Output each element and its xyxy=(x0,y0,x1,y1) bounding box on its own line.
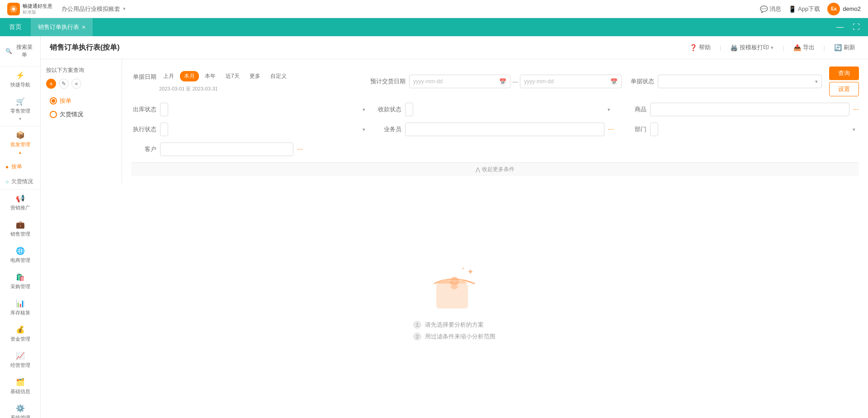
filter-row-1: 单据日期 上月 本月 本年 近7天 更多 自定义 2023-03-0 xyxy=(131,66,859,96)
filter-field-delivery-status: 出库状态 xyxy=(131,103,369,116)
help-icon: ❓ xyxy=(689,44,697,51)
print-arrow-icon: ▾ xyxy=(771,45,774,51)
avatar: Ea xyxy=(827,3,840,15)
sidebar-sub-item-press[interactable]: ● 按单 xyxy=(0,159,40,174)
search-menu-button[interactable]: 🔍 搜索菜单 xyxy=(4,41,37,62)
goods-dots-button[interactable]: ··· xyxy=(853,105,859,114)
sidebar-item-quick-nav[interactable]: ⚡ 快捷导航 xyxy=(0,66,40,93)
export-icon: 📤 xyxy=(793,44,801,51)
empty-hints: 1 请先选择要分析的方案 2 用过滤条件来缩小分析范围 xyxy=(413,321,495,341)
payment-status-select[interactable] xyxy=(405,103,413,116)
sidebar-item-ecommerce[interactable]: 🌐 电商管理 xyxy=(0,242,40,268)
collapse-up-icon: ⋀ xyxy=(476,166,480,173)
customer-input[interactable] xyxy=(160,142,293,156)
sidebar-item-basic[interactable]: 🗂️ 基础信息 xyxy=(0,373,40,399)
minimize-icon[interactable]: — xyxy=(834,21,846,33)
maximize-icon[interactable]: ⛶ xyxy=(850,21,863,33)
sidebar-item-marketing[interactable]: 📢 营销推广 xyxy=(0,190,40,216)
scheme-item-press[interactable]: 按单 xyxy=(46,94,116,108)
date-tags: 上月 本月 本年 近7天 更多 自定义 xyxy=(159,71,291,81)
app-download-icon: 📱 xyxy=(788,5,796,13)
tab-bar-actions: — ⛶ xyxy=(834,21,868,33)
breadcrumb: 办公用品行业模拟账套 ▾ xyxy=(61,5,126,13)
date-tag-custom[interactable]: 自定义 xyxy=(266,71,291,81)
user-profile[interactable]: Ea demo2 xyxy=(827,3,861,15)
sidebar-item-operation[interactable]: 📈 经营管理 xyxy=(0,347,40,373)
sidebar-item-wholesale[interactable]: 📦 批发管理 ▴ xyxy=(0,126,40,159)
message-action[interactable]: 💬 消息 xyxy=(760,5,781,13)
expected-date-start[interactable]: yyyy-mm-dd 📅 xyxy=(409,75,510,88)
edit-scheme-button[interactable]: ✎ xyxy=(59,79,69,89)
customer-dots-button[interactable]: ··· xyxy=(297,145,303,153)
expected-date-end[interactable]: yyyy-mm-dd 📅 xyxy=(520,75,621,88)
date-tag-this-year[interactable]: 本年 xyxy=(201,71,220,81)
sidebar: 🔍 搜索菜单 ⚡ 快捷导航 🛒 零售管理 ▾ 📦 批发管理 ▴ ● 按单 xyxy=(0,36,41,418)
date-tag-more[interactable]: 更多 xyxy=(245,71,264,81)
marketing-icon: 📢 xyxy=(16,194,25,203)
collapse-scheme-button[interactable]: « xyxy=(71,79,81,89)
tab-sales-execution[interactable]: 销售订单执行表 × xyxy=(31,18,93,36)
svg-point-4 xyxy=(450,277,459,286)
app-download-action[interactable]: 📱 App下载 xyxy=(788,5,820,13)
add-scheme-button[interactable]: + xyxy=(46,79,56,89)
settings-button[interactable]: 设置 xyxy=(829,82,859,96)
svg-text:✦: ✦ xyxy=(461,266,465,271)
salesman-dots-button[interactable]: ··· xyxy=(608,125,614,133)
customer-label: 客户 xyxy=(131,145,156,153)
hint-num-2: 2 xyxy=(413,332,421,341)
export-button[interactable]: 📤 导出 xyxy=(790,42,818,53)
sidebar-item-purchase[interactable]: 🛍️ 采购管理 xyxy=(0,268,40,294)
breadcrumb-text: 办公用品行业模拟账套 xyxy=(61,5,120,13)
top-bar-right: 💬 消息 📱 App下载 Ea demo2 xyxy=(760,3,861,15)
sales-icon: 💼 xyxy=(16,220,25,229)
message-icon: 💬 xyxy=(760,5,768,13)
scheme-item-debt[interactable]: 欠货情况 xyxy=(46,108,116,121)
exec-status-select[interactable] xyxy=(160,123,168,136)
breadcrumb-arrow-icon[interactable]: ▾ xyxy=(123,6,126,12)
scheme-label-debt: 欠货情况 xyxy=(60,110,83,119)
sidebar-item-sales[interactable]: 💼 销售管理 xyxy=(0,216,40,242)
sidebar-section-retail: 🛒 零售管理 ▾ xyxy=(0,93,40,126)
system-icon: ⚙️ xyxy=(16,404,25,413)
date-label: 单据日期 xyxy=(131,73,156,81)
refresh-icon: 🔄 xyxy=(834,44,842,51)
status-label: 单据状态 xyxy=(629,77,654,86)
top-bar: 畅捷通好生意 标准版 办公用品行业模拟账套 ▾ 💬 消息 📱 App下载 Ea … xyxy=(0,0,868,18)
help-button[interactable]: ❓ 帮助 xyxy=(686,42,714,53)
filter-action-buttons: 查询 设置 xyxy=(829,66,859,96)
operation-icon: 📈 xyxy=(16,352,25,360)
logo-text: 畅捷通好生意 标准版 xyxy=(23,3,52,15)
empty-hint-2: 2 用过滤条件来缩小分析范围 xyxy=(413,332,495,341)
sidebar-item-finance[interactable]: 💰 资金管理 xyxy=(0,321,40,347)
tab-home[interactable]: 首页 xyxy=(0,18,31,36)
quick-nav-icon: ⚡ xyxy=(16,71,25,80)
refresh-button[interactable]: 🔄 刷新 xyxy=(830,42,859,53)
empty-illustration: ✦ ✦ xyxy=(427,261,481,315)
exec-status-select-wrap xyxy=(160,123,369,136)
empty-hint-1: 1 请先选择要分析的方案 xyxy=(413,321,495,329)
delivery-status-select-wrap xyxy=(160,103,369,116)
press-sub-icon: ● xyxy=(5,164,9,170)
basic-icon: 🗂️ xyxy=(16,378,25,386)
goods-input[interactable] xyxy=(650,103,849,116)
date-tag-last-month[interactable]: 上月 xyxy=(159,71,178,81)
collapse-more-button[interactable]: ⋀ 收起更多条件 xyxy=(131,162,859,176)
print-button[interactable]: 🖨️ 按模板打印 ▾ xyxy=(726,42,777,53)
salesman-label: 业务员 xyxy=(376,125,401,133)
sidebar-sub-item-debt[interactable]: ○ 欠货情况 xyxy=(0,174,40,189)
department-select[interactable] xyxy=(650,123,658,136)
delivery-status-select[interactable] xyxy=(160,103,168,116)
status-select[interactable]: ▾ xyxy=(658,75,822,88)
logo-icon xyxy=(7,3,20,15)
sidebar-item-retail[interactable]: 🛒 零售管理 ▾ xyxy=(0,93,40,126)
sidebar-item-system[interactable]: ⚙️ 系统管理 xyxy=(0,399,40,418)
sidebar-item-inventory[interactable]: 📊 库存核算 xyxy=(0,294,40,321)
salesman-input[interactable] xyxy=(405,123,604,136)
date-tag-this-month[interactable]: 本月 xyxy=(180,71,199,81)
sidebar-search-section: 🔍 搜索菜单 xyxy=(0,36,40,66)
query-button[interactable]: 查询 xyxy=(829,66,859,80)
sidebar-section-wholesale: 📦 批发管理 ▴ ● 按单 ○ 欠货情况 xyxy=(0,126,40,190)
tab-close-icon[interactable]: × xyxy=(82,24,85,30)
date-tags-row: 单据日期 上月 本月 本年 近7天 更多 自定义 xyxy=(131,71,363,83)
date-tag-7days[interactable]: 近7天 xyxy=(222,71,244,81)
